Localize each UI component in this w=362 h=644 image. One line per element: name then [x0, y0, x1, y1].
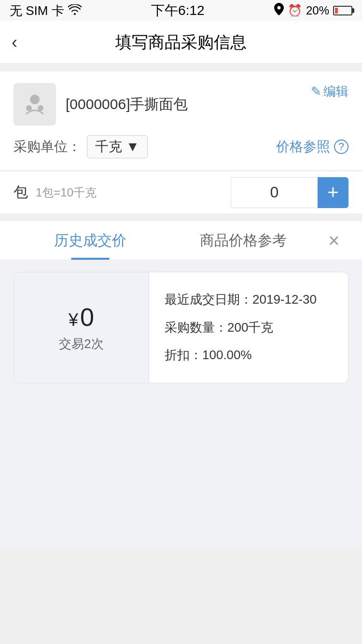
- svg-point-0: [30, 95, 40, 104]
- tab-close-button[interactable]: ×: [320, 226, 348, 255]
- svg-point-1: [26, 105, 32, 111]
- tab-product-price-ref[interactable]: 商品价格参考: [167, 221, 320, 260]
- price-ref-label: 价格参照: [276, 138, 330, 156]
- quantity-controls: 0 +: [231, 177, 348, 208]
- status-right: ⏰ 20%: [274, 3, 352, 18]
- quantity-input[interactable]: 0: [231, 177, 318, 208]
- discount-label: 折扣：: [165, 348, 202, 362]
- date-value: 2019-12-30: [252, 292, 317, 307]
- quantity-unit-icon: 包: [14, 182, 28, 202]
- quantity-row: 包 1包=10千克 0 +: [0, 171, 362, 213]
- close-icon: ×: [328, 230, 339, 252]
- product-left: [0000006]手撕面包: [14, 83, 188, 126]
- wifi-icon: [68, 3, 82, 18]
- page-title: 填写商品采购信息: [115, 31, 247, 54]
- tab-price-ref-label: 商品价格参考: [200, 231, 287, 251]
- alarm-icon: ⏰: [288, 4, 302, 17]
- dropdown-arrow-icon: ▼: [126, 139, 139, 154]
- quantity-label: 包 1包=10千克: [14, 182, 97, 202]
- tab-bar: 历史成交价 商品价格参考 ×: [0, 221, 362, 260]
- price-ref-button[interactable]: 价格参照 ?: [276, 138, 348, 156]
- battery-percentage: 20%: [306, 4, 329, 17]
- discount-value: 100.00%: [202, 348, 252, 362]
- date-label: 最近成交日期：: [165, 292, 252, 307]
- qty-label: 采购数量：: [165, 320, 227, 335]
- unit-value: 千克: [95, 138, 122, 156]
- qty-value: 200千克: [227, 320, 273, 335]
- status-left: 无 SIM 卡: [10, 2, 82, 19]
- tab-history-label: 历史成交价: [54, 231, 126, 251]
- quantity-value: 0: [270, 183, 279, 201]
- help-icon: ?: [334, 140, 348, 154]
- transaction-count: 交易2次: [59, 336, 103, 352]
- battery-icon: [333, 6, 352, 15]
- back-button[interactable]: ‹: [12, 32, 17, 53]
- transaction-details: 最近成交日期：2019-12-30 采购数量：200千克 折扣：100.00%: [149, 272, 348, 383]
- transaction-qty-row: 采购数量：200千克: [165, 318, 333, 338]
- edit-button[interactable]: ✎ 编辑: [311, 83, 348, 100]
- svg-point-2: [38, 105, 43, 111]
- content-area: ¥ 0 交易2次 最近成交日期：2019-12-30 采购数量：200千克 折扣…: [0, 260, 362, 550]
- transaction-price: ¥ 0: [69, 303, 94, 332]
- quantity-sub-label: 1包=10千克: [36, 185, 97, 200]
- unit-dropdown[interactable]: 千克 ▼: [87, 135, 148, 158]
- status-bar: 无 SIM 卡 下午6:12 ⏰ 20%: [0, 0, 362, 21]
- product-image-icon: [20, 90, 49, 119]
- transaction-discount-row: 折扣：100.00%: [165, 345, 333, 365]
- unit-section: 采购单位： 千克 ▼: [14, 135, 148, 158]
- nav-bar: ‹ 填写商品采购信息: [0, 21, 362, 64]
- edit-label: 编辑: [323, 83, 348, 100]
- product-name: [0000006]手撕面包: [66, 95, 188, 114]
- product-card: [0000006]手撕面包 ✎ 编辑 采购单位： 千克 ▼ 价格参照 ?: [0, 71, 362, 170]
- price-value: 0: [80, 303, 94, 332]
- transaction-date-row: 最近成交日期：2019-12-30: [165, 290, 333, 310]
- quantity-plus-button[interactable]: +: [318, 177, 348, 208]
- tab-active-indicator: [71, 258, 110, 260]
- status-time: 下午6:12: [151, 1, 205, 20]
- product-header: [0000006]手撕面包 ✎ 编辑: [14, 83, 348, 126]
- unit-label: 采购单位：: [14, 138, 81, 156]
- edit-icon: ✎: [311, 84, 321, 99]
- product-footer: 采购单位： 千克 ▼ 价格参照 ?: [14, 135, 348, 158]
- transaction-summary: ¥ 0 交易2次: [14, 272, 149, 383]
- location-icon: [274, 3, 284, 18]
- no-sim-label: 无 SIM 卡: [10, 2, 64, 19]
- tab-history-price[interactable]: 历史成交价: [14, 221, 167, 260]
- currency-symbol: ¥: [69, 310, 78, 330]
- transaction-card: ¥ 0 交易2次 最近成交日期：2019-12-30 采购数量：200千克 折扣…: [14, 272, 348, 383]
- product-thumbnail: [14, 83, 56, 126]
